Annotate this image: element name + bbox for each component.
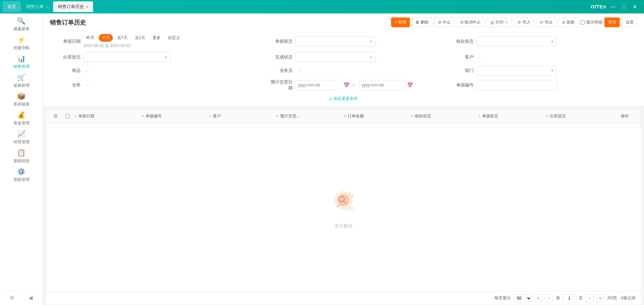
sidebar-item-system-mgmt[interactable]: ⚙️ 系统管理 <box>0 165 43 184</box>
salesperson-label: 业务员 <box>268 68 295 74</box>
sidebar-item-label-sales-mgmt: 销售管理 <box>13 64 30 70</box>
tab-bar: 首页 销售订单 × 销售订单历史 × <box>3 1 589 12</box>
display-detail-check[interactable]: 显示明细 <box>581 20 602 25</box>
order-status-select[interactable]: ▼ <box>295 36 376 46</box>
th-customer: ⇅ 客户 <box>208 113 275 119</box>
sidebar-item-operations-mgmt[interactable]: 📈 经营管理 <box>0 128 43 147</box>
page-size-select[interactable]: 20 50 100 <box>513 294 532 303</box>
main-layout: 🔍 搜索菜单 ⚡ 快捷导航 📊 销售管理 🛒 采购管理 📦 库存核算 💰 资金管… <box>0 13 644 305</box>
settings-button[interactable]: 设置 <box>622 17 637 27</box>
pagination: 每页显示 20 50 100 « ‹ 第 页 › » 共0页，0条记录 <box>46 291 641 305</box>
date-btn-yesterday[interactable]: 昨天 <box>83 34 97 42</box>
sidebar-settings-button[interactable]: ⚙ <box>6 293 18 302</box>
first-page-button[interactable]: « <box>534 294 543 302</box>
goods-control: ··· <box>83 67 268 74</box>
sidebar: 🔍 搜索菜单 ⚡ 快捷导航 📊 销售管理 🛒 采购管理 📦 库存核算 💰 资金管… <box>0 13 43 305</box>
print-icon: 🖨 <box>490 20 494 25</box>
date-btn-today[interactable]: 今天 <box>99 34 113 42</box>
date-btn-7days[interactable]: 近7天 <box>114 34 131 42</box>
sidebar-item-finance-mgmt[interactable]: 💰 资金管理 <box>0 109 43 128</box>
collapse-row[interactable]: ∧ 收起更多条件 <box>56 94 631 103</box>
date-col: 昨天 今天 近7天 近1月 更多 自定义 2023-06-02 至 2023-0… <box>83 34 183 49</box>
export-button[interactable]: ⟳ 导出 <box>536 17 556 27</box>
total-label: 共0页，0条记录 <box>607 295 636 301</box>
table-check-all[interactable] <box>62 114 73 118</box>
print-button[interactable]: 🖨 🖨 打印 打印 ▼ <box>486 17 512 27</box>
customer-control: ··· <box>476 54 631 61</box>
empty-text: 暂无数据 <box>335 223 352 229</box>
complete-status-arrow: ▼ <box>370 55 373 59</box>
order-status-label: 单据状态 <box>268 38 295 44</box>
check-all-input[interactable] <box>66 114 70 118</box>
sales-order-tab-label: 销售订单 <box>26 4 44 10</box>
complete-status-select[interactable]: ▼ <box>295 52 376 62</box>
sidebar-item-basic-info[interactable]: 📋 基础信息 <box>0 147 43 165</box>
new-button[interactable]: + 新增 <box>391 17 410 27</box>
order-no-input[interactable] <box>476 80 557 90</box>
th-receipt-status: ⇅ 收款状态 <box>410 113 477 119</box>
tab-sales-order-history[interactable]: 销售订单历史 × <box>53 1 93 12</box>
import-button[interactable]: ⟳ 导入 <box>514 17 534 27</box>
sales-order-tab-close[interactable]: × <box>46 5 48 9</box>
department-label: 部门 <box>449 68 476 74</box>
sidebar-item-inventory-calc[interactable]: 📦 库存核算 <box>0 90 43 109</box>
close-button[interactable]: ✕ <box>631 3 639 11</box>
stop-button[interactable]: ⊘ 中止 <box>434 17 454 27</box>
th-delivery-sort[interactable]: ⇅ <box>276 114 279 118</box>
prev-page-button[interactable]: ‹ <box>545 294 553 302</box>
sidebar-item-search-menu[interactable]: 🔍 搜索菜单 <box>0 15 43 34</box>
top-bar: 首页 销售订单 × 销售订单历史 × OfTEn — □ ✕ <box>0 0 644 13</box>
query-button[interactable]: 查询 <box>604 17 620 27</box>
date-btn-custom[interactable]: 自定义 <box>165 34 183 42</box>
salesperson-ellipsis[interactable]: ··· <box>295 67 303 74</box>
refresh-button[interactable]: ⟳ 刷新 <box>558 17 578 27</box>
delivery-end-input[interactable] <box>359 80 406 90</box>
th-customer-sort[interactable]: ⇅ <box>209 114 212 118</box>
customer-ellipsis[interactable]: ··· <box>476 54 484 61</box>
th-date-sort[interactable]: ⇅ <box>74 114 77 118</box>
tab-home[interactable]: 首页 <box>3 1 21 12</box>
last-page-button[interactable]: » <box>596 294 604 302</box>
next-page-button[interactable]: › <box>586 294 594 302</box>
th-amount-sort[interactable]: ⇅ <box>344 114 346 118</box>
sidebar-item-label-inventory-calc: 库存核算 <box>13 102 30 107</box>
warehouse-ellipsis[interactable]: ··· <box>83 82 91 88</box>
th-receipt-sort[interactable]: ⇅ <box>411 114 414 118</box>
receipt-status-select[interactable]: ▼ <box>476 36 557 46</box>
tab-sales-order[interactable]: 销售订单 × <box>22 1 52 12</box>
delivery-start-input[interactable] <box>295 80 342 90</box>
operations-mgmt-icon: 📈 <box>17 130 26 138</box>
date-filter-btns: 昨天 今天 近7天 近1月 更多 自定义 <box>83 34 183 42</box>
purchase-mgmt-icon: 🛒 <box>17 73 26 81</box>
sidebar-item-sales-mgmt[interactable]: 📊 销售管理 <box>0 52 43 71</box>
display-detail-checkbox[interactable] <box>581 20 585 25</box>
cancel-stop-button[interactable]: ⊘ 取消中止 <box>457 17 484 27</box>
search-menu-icon: 🔍 <box>17 17 26 25</box>
th-outbound-sort[interactable]: ⇅ <box>546 114 548 118</box>
outbound-status-select[interactable]: ▼ <box>83 52 171 62</box>
calendar-icon-start[interactable]: 📅 <box>344 82 349 88</box>
page-number-input[interactable] <box>563 294 576 303</box>
sidebar-item-quick-nav[interactable]: ⚡ 快捷导航 <box>0 34 43 52</box>
sales-order-history-tab-close[interactable]: × <box>86 5 88 9</box>
page-size-label: 每页显示 <box>495 295 511 301</box>
th-order-sort[interactable]: ⇅ <box>478 114 481 118</box>
restore-button[interactable]: □ <box>620 3 628 11</box>
th-no-sort[interactable]: ⇅ <box>141 114 144 118</box>
delete-button[interactable]: 🗑 删除 <box>412 17 432 27</box>
date-btn-more[interactable]: 更多 <box>149 34 164 42</box>
table-settings-icon[interactable]: ⚙ <box>49 113 62 119</box>
display-detail-label: 显示明细 <box>586 20 602 25</box>
complete-status-label: 完成状态 <box>268 54 295 60</box>
brand-label: OfTEn <box>591 4 606 9</box>
sidebar-item-purchase-mgmt[interactable]: 🛒 采购管理 <box>0 71 43 90</box>
date-btn-1month[interactable]: 近1月 <box>132 34 148 42</box>
minimize-button[interactable]: — <box>609 3 617 11</box>
page-title-row: 销售订单历史 + 新增 🗑 删除 ⊘ 中止 ⊘ 取消中止 🖨 🖨 打印 打印 ▼… <box>50 17 637 27</box>
sidebar-collapse-button[interactable]: ◀ <box>25 293 37 302</box>
calendar-icon-end[interactable]: 📅 <box>407 82 413 88</box>
content-area: 销售订单历史 + 新增 🗑 删除 ⊘ 中止 ⊘ 取消中止 🖨 🖨 打印 打印 ▼… <box>43 13 644 305</box>
goods-ellipsis[interactable]: ··· <box>83 67 91 74</box>
department-select[interactable]: ▼ <box>476 66 557 76</box>
sales-order-history-tab-label: 销售订单历史 <box>58 4 84 10</box>
